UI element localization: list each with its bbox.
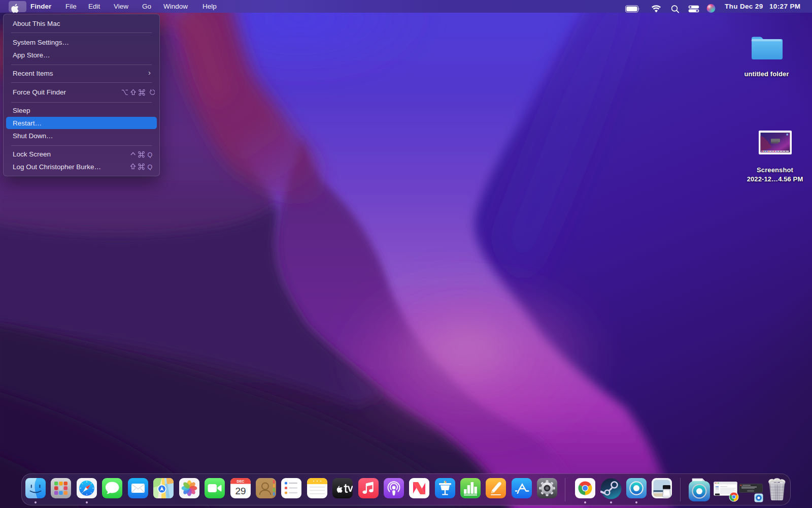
svg-text:Q: Q [148, 151, 153, 158]
svg-text:DEC: DEC [236, 480, 244, 483]
svg-text:Q: Q [148, 164, 153, 170]
svg-text:29: 29 [235, 486, 246, 496]
